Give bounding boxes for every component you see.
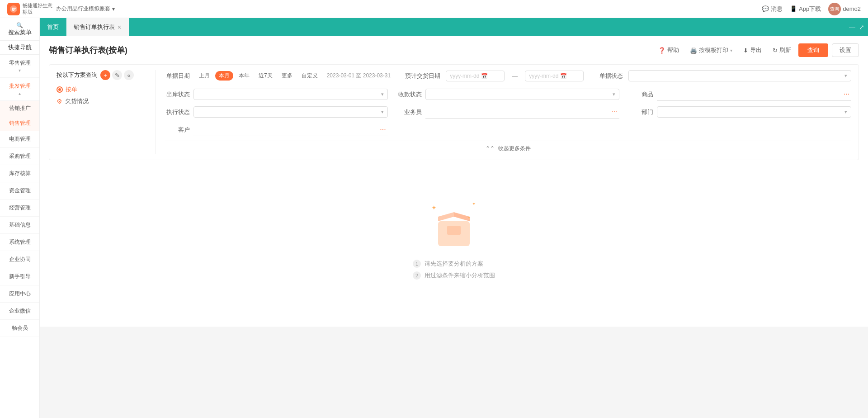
sidebar-item-basics[interactable]: 基础信息 (0, 217, 39, 234)
chevron-up-icon: ▴ (19, 91, 21, 96)
sidebar-item-marketing[interactable]: 营销推广 (0, 101, 39, 116)
svg-text:✦: ✦ (431, 204, 437, 211)
settings-btn[interactable]: 设置 (832, 43, 859, 57)
payment-dropdown-icon: ▾ (613, 91, 615, 97)
message-icon: 💬 (762, 5, 769, 12)
sidebar-item-sales[interactable]: 销售管理 (0, 116, 39, 131)
tab-bar: 首页 销售订单执行表 × — ⤢ (40, 18, 868, 36)
filter-item-salesperson: 业务员 ··· (397, 105, 620, 119)
payment-status-select[interactable]: ▾ (425, 89, 620, 100)
department-dropdown-icon: ▾ (844, 109, 847, 115)
tab-sales-order[interactable]: 销售订单执行表 × (66, 18, 129, 36)
sidebar-item-finance[interactable]: 资金管理 (0, 182, 39, 200)
page-content: 销售订单执行表(按单) ❓ 帮助 🖨️ 按模板打印 ▾ ⬇ (40, 36, 868, 418)
status-dropdown-icon: ▾ (844, 73, 847, 79)
print-btn[interactable]: 🖨️ 按模板打印 ▾ (686, 44, 736, 56)
tab-bar-actions: — ⤢ (845, 24, 868, 31)
user-avatar-btn[interactable]: 查询 demo2 (828, 3, 861, 15)
filter-item-department: 部门 ▾ (628, 105, 851, 119)
status-select[interactable]: ▾ (628, 70, 851, 81)
scheme-header: 按以下方案查询 + ✎ « (57, 70, 148, 80)
main-layout: 🔍 搜索菜单 快捷导航 零售管理 ▾ 批发管理 ▴ 营销推广 销售管理 电商管理… (0, 18, 868, 418)
avatar: 查询 (828, 3, 841, 15)
app-download-btn[interactable]: 📱 App下载 (790, 5, 821, 13)
sidebar-item-wechat[interactable]: 企业微信 (0, 303, 39, 320)
sidebar-sub-marketing: 营销推广 销售管理 (0, 101, 39, 131)
tab-minimize-icon[interactable]: — (849, 24, 855, 31)
chevron-down-icon: ▾ (19, 68, 21, 73)
message-btn[interactable]: 💬 消息 (762, 5, 783, 13)
sidebar-item-member[interactable]: 畅会员 (0, 320, 39, 337)
print-icon: 🖨️ (690, 47, 697, 54)
department-select[interactable]: ▾ (657, 106, 851, 118)
refresh-btn[interactable]: ↻ 刷新 (769, 44, 795, 56)
date-tab-custom[interactable]: 自定义 (298, 71, 321, 81)
calendar-icon: 📅 (481, 73, 488, 79)
up-arrow-icon: ⌃⌃ (486, 145, 495, 152)
logo-area: 财 畅捷通好生意 标版 (7, 3, 52, 15)
scheme-add-btn[interactable]: + (100, 70, 110, 80)
salesperson-more-icon: ··· (612, 108, 618, 116)
sidebar-item-wholesale[interactable]: 批发管理 ▴ (0, 78, 39, 101)
sidebar-search-btn[interactable]: 🔍 搜索菜单 (0, 18, 39, 41)
sidebar-item-newbie[interactable]: 新手引导 (0, 268, 39, 285)
outbound-status-select[interactable]: ▾ (193, 89, 388, 100)
state-hints: 1 请先选择要分析的方案 2 用过滤条件来缩小分析范围 (413, 260, 495, 283)
export-icon: ⬇ (743, 47, 748, 54)
sidebar-item-operations[interactable]: 经营管理 (0, 200, 39, 217)
page-header: 销售订单执行表(按单) ❓ 帮助 🖨️ 按模板打印 ▾ ⬇ (49, 43, 859, 57)
tab-maximize-icon[interactable]: ⤢ (859, 24, 864, 31)
scheme-item-shortage[interactable]: ⚙ 欠货情况 (57, 95, 148, 107)
svg-text:✦: ✦ (467, 216, 471, 220)
date-to-input[interactable]: yyyy-mm-dd 📅 (525, 71, 584, 81)
exec-status-select[interactable]: ▾ (193, 106, 388, 118)
scheme-panel: 按以下方案查询 + ✎ « 按单 (57, 70, 156, 154)
sidebar-quick-btn[interactable]: 快捷导航 (0, 41, 39, 55)
date-tab-this-month[interactable]: 本月 (215, 71, 233, 81)
filter-fields: 单据日期 上月 本月 本年 近7天 更多 自定义 2023-03-01 至 20… (156, 70, 851, 154)
filter-main: 按以下方案查询 + ✎ « 按单 (57, 70, 851, 154)
sidebar-quick-label: 快捷导航 (0, 43, 39, 52)
content-area: 首页 销售订单执行表 × — ⤢ 销售订单执行表(按单) ❓ (40, 18, 868, 418)
product-input[interactable]: ··· (657, 88, 851, 101)
salesperson-input[interactable]: ··· (425, 105, 620, 119)
help-icon: ❓ (658, 47, 665, 54)
filter-item-outbound: 出库状态 ▾ (165, 88, 388, 101)
date-tab-more[interactable]: 更多 (278, 71, 296, 81)
scheme-collapse-btn[interactable]: « (124, 70, 134, 80)
sidebar-item-app-center[interactable]: 应用中心 (0, 285, 39, 303)
tab-home[interactable]: 首页 (40, 18, 66, 36)
sidebar-item-system[interactable]: 系统管理 (0, 234, 39, 251)
export-btn[interactable]: ⬇ 导出 (740, 44, 765, 56)
status-label: 单据状态 (598, 72, 623, 80)
date-tab-7-days[interactable]: 近7天 (255, 71, 276, 81)
print-dropdown-icon: ▾ (730, 48, 732, 53)
collapse-bar[interactable]: ⌃⌃ 收起更多条件 (165, 141, 851, 154)
filter-item-payment: 收款状态 ▾ (397, 88, 620, 101)
svg-text:✦: ✦ (472, 201, 476, 206)
page-title: 销售订单执行表(按单) (49, 45, 127, 56)
date-tab-this-year[interactable]: 本年 (235, 71, 253, 81)
help-btn[interactable]: ❓ 帮助 (655, 44, 683, 56)
date-label: 单据日期 (165, 72, 190, 80)
sidebar-item-ecommerce[interactable]: 电商管理 (0, 131, 39, 148)
top-bar-right: 💬 消息 📱 App下载 查询 demo2 (762, 3, 861, 15)
sidebar-item-retail[interactable]: 零售管理 ▾ (0, 55, 39, 78)
customer-input[interactable]: ··· (193, 123, 388, 136)
sidebar-item-purchase[interactable]: 采购管理 (0, 148, 39, 165)
sidebar-item-collab[interactable]: 企业协同 (0, 251, 39, 268)
svg-text:财: 财 (11, 7, 16, 12)
filter-panel: 按以下方案查询 + ✎ « 按单 (49, 64, 859, 160)
date-from-input[interactable]: yyyy-mm-dd 📅 (446, 71, 505, 81)
sidebar-item-inventory[interactable]: 库存核算 (0, 165, 39, 182)
app-icon: 📱 (790, 5, 797, 12)
scheme-edit-btn[interactable]: ✎ (112, 70, 122, 80)
date-tabs: 上月 本月 本年 近7天 更多 自定义 (195, 71, 321, 81)
tab-close-icon[interactable]: × (118, 24, 121, 31)
breadcrumb: 办公用品行业模拟账套 ▾ (56, 5, 115, 13)
hint-item-2: 2 用过滤条件来缩小分析范围 (413, 271, 495, 280)
date-tab-last-month[interactable]: 上月 (195, 71, 213, 81)
product-more-icon: ··· (844, 90, 849, 98)
scheme-item-order[interactable]: 按单 (57, 84, 148, 95)
query-btn[interactable]: 查询 (798, 43, 828, 57)
